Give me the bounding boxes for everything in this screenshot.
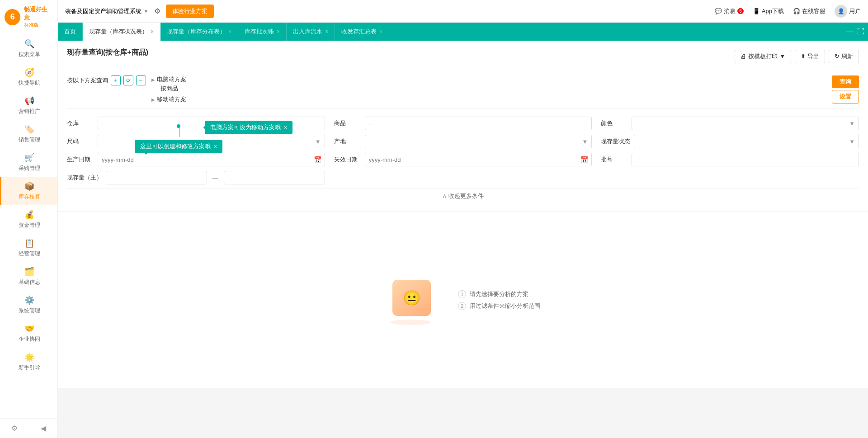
refresh-icon: ↻ (835, 53, 840, 60)
mfg-date-wrap: 📅 (98, 153, 325, 166)
stock-status-label: 现存量状态 (601, 137, 630, 146)
stock-main-filter-row: 现存量（主） — (67, 171, 325, 184)
sidebar-item-marketing[interactable]: 📢 营销推广 (0, 91, 57, 120)
sidebar-item-finance-label: 资金管理 (19, 221, 40, 229)
sidebar-item-guide[interactable]: 🧭 快捷导航 (0, 63, 57, 91)
sidebar-item-operations-label: 经营管理 (19, 250, 40, 258)
industry-solution-button[interactable]: 体验行业方案 (166, 5, 214, 18)
tooltip2-close-button[interactable]: × (213, 143, 217, 150)
mobile-scheme-group[interactable]: ▶ 移动端方案 (151, 95, 224, 104)
color-arrow-icon: ▼ (849, 120, 855, 127)
logo-area: 6 畅通好生意 标准版 (0, 0, 57, 34)
tab-inventory-dist-close-icon[interactable]: × (228, 28, 231, 35)
mfg-date-calendar-icon: 📅 (314, 156, 321, 163)
collapse-filter-button[interactable]: ∧ 收起更多条件 (67, 188, 859, 204)
stock-main-dash: — (211, 174, 220, 181)
page-title: 现存量查询(按仓库+商品) (67, 48, 148, 57)
inventory-nav-icon: 📦 (24, 181, 34, 191)
filter-back-button[interactable]: ← (136, 75, 146, 85)
color-select[interactable]: ▼ (632, 117, 859, 130)
system-name-select[interactable]: 装备及固定资产辅助管理系统 ▼ (65, 7, 149, 15)
print-icon: 🖨 (741, 53, 746, 60)
sidebar-item-enterprise[interactable]: 🤝 企业协同 (0, 319, 57, 348)
service-icon: 🎧 (793, 8, 800, 14)
tab-collect-summary[interactable]: 收发存汇总表 × (335, 23, 389, 41)
tab-inventory-status-close-icon[interactable]: × (151, 28, 154, 35)
app-download-action[interactable]: 📱 App下载 (753, 7, 784, 15)
sidebar-item-system-label: 系统管理 (19, 307, 40, 315)
filter-add-button[interactable]: + (111, 75, 121, 85)
tab-inventory-status[interactable]: 现存量（库存状况表） × (83, 23, 160, 41)
tab-collect-summary-close-icon[interactable]: × (379, 28, 382, 35)
user-action[interactable]: 👤 用户 (835, 5, 861, 18)
marketing-nav-icon: 📢 (24, 96, 34, 106)
export-button[interactable]: ⬆ 导出 (795, 50, 825, 63)
mobile-scheme-arrow-icon: ▶ (151, 97, 155, 102)
header-gear-button[interactable]: ⚙ (154, 7, 160, 15)
finance-nav-icon: 💰 (24, 210, 34, 220)
filter-wrapper: 按以下方案查询 + ⟳ ← ▶ 电脑端方案 按商品 ▶ (67, 71, 859, 204)
filter-query-label: 按以下方案查询 (67, 76, 108, 85)
stock-status-select[interactable]: ▼ (634, 135, 859, 148)
pc-scheme-label: 电脑端方案 (157, 75, 186, 84)
logo-icon: 6 (5, 9, 20, 25)
tabs-maximize-icon[interactable]: ⛶ (857, 28, 864, 36)
tabs-minimize-icon[interactable]: — (846, 28, 854, 36)
settings-button[interactable]: 设置 (832, 90, 859, 104)
user-avatar: 👤 (835, 5, 847, 18)
print-label: 按模板打印 (748, 52, 778, 61)
pc-scheme-group[interactable]: ▶ 电脑端方案 (151, 75, 224, 84)
tooltip1-close-button[interactable]: × (283, 124, 287, 131)
app-icon: 📱 (753, 8, 760, 14)
message-action[interactable]: 💬 消息 6 (715, 7, 744, 15)
stock-main-from-input[interactable] (106, 171, 207, 184)
settings-bottom-icon[interactable]: ⚙ (11, 424, 18, 433)
sidebar-item-search[interactable]: 🔍 搜索菜单 (0, 34, 57, 63)
sidebar-item-inventory[interactable]: 📦 库存核算 (0, 177, 57, 205)
collapse-sidebar-icon[interactable]: ◀ (41, 424, 46, 433)
sidebar-item-basics[interactable]: 🗂️ 基础信息 (0, 262, 57, 291)
search-button[interactable]: 查询 (832, 75, 859, 88)
origin-select[interactable]: ▼ (365, 135, 592, 148)
warehouse-label: 仓库 (67, 119, 94, 127)
app-label: App下载 (762, 7, 784, 15)
sidebar-item-system[interactable]: ⚙️ 系统管理 (0, 291, 57, 319)
tab-inventory-dist[interactable]: 现存量（库存分布表） × (160, 23, 238, 41)
sales-nav-icon: 🏷️ (24, 124, 34, 134)
filter-edit-button[interactable]: ⟳ (123, 75, 133, 85)
print-template-button[interactable]: 🖨 按模板打印 ▼ (735, 50, 791, 63)
exp-date-filter-row: 失效日期 📅 (334, 153, 592, 166)
sidebar-item-newbie[interactable]: 🌟 新手引导 (0, 348, 57, 376)
user-label: 用户 (849, 7, 861, 15)
tab-home[interactable]: 首页 (58, 23, 83, 41)
tab-inout-flow[interactable]: 出入库流水 × (287, 23, 335, 41)
tab-batch-account-close-icon[interactable]: × (277, 28, 280, 35)
newbie-nav-icon: 🌟 (24, 352, 34, 362)
logo-badge: 标准版 (24, 22, 53, 28)
tabs-bar: 首页 现存量（库存状况表） × 现存量（库存分布表） × 库存批次账 × 出入库… (58, 23, 868, 41)
exp-date-label: 失效日期 (334, 155, 361, 164)
sidebar-item-purchase[interactable]: 🛒 采购管理 (0, 148, 57, 177)
product-select[interactable]: ··· (365, 117, 592, 130)
online-service-action[interactable]: 🎧 在线客服 (793, 7, 826, 15)
main-content: 现存量查询(按仓库+商品) 🖨 按模板打印 ▼ ⬆ 导出 ↻ 刷新 (58, 41, 868, 438)
tab-inout-flow-close-icon[interactable]: × (325, 28, 328, 35)
mfg-date-input[interactable] (98, 153, 325, 166)
stock-main-to-input[interactable] (224, 171, 325, 184)
batch-input[interactable] (632, 153, 859, 166)
pc-scheme-item-products[interactable]: 按商品 (151, 85, 224, 93)
sidebar: 6 畅通好生意 标准版 🔍 搜索菜单 🧭 快捷导航 📢 营销推广 🏷️ 销售管理… (0, 0, 58, 438)
tab-batch-account[interactable]: 库存批次账 × (238, 23, 287, 41)
sidebar-item-finance[interactable]: 💰 资金管理 (0, 205, 57, 234)
header: 装备及固定资产辅助管理系统 ▼ ⚙ 体验行业方案 💬 消息 6 📱 App下载 … (58, 0, 868, 23)
sidebar-item-sales[interactable]: 🏷️ 销售管理 (0, 120, 57, 148)
refresh-button[interactable]: ↻ 刷新 (829, 50, 859, 63)
enterprise-nav-icon: 🤝 (24, 324, 34, 334)
empty-state-content: 😐 1 请先选择要分析的方案 2 用过滤条件来缩小分析范围 (386, 275, 540, 325)
tab-home-label: 首页 (64, 28, 76, 36)
system-name-text: 装备及固定资产辅助管理系统 (65, 7, 142, 15)
sidebar-item-operations[interactable]: 📋 经营管理 (0, 234, 57, 262)
tab-end-buttons: — ⛶ (843, 23, 868, 41)
exp-date-input[interactable] (365, 153, 592, 166)
sidebar-item-inventory-label: 库存核算 (19, 193, 40, 201)
